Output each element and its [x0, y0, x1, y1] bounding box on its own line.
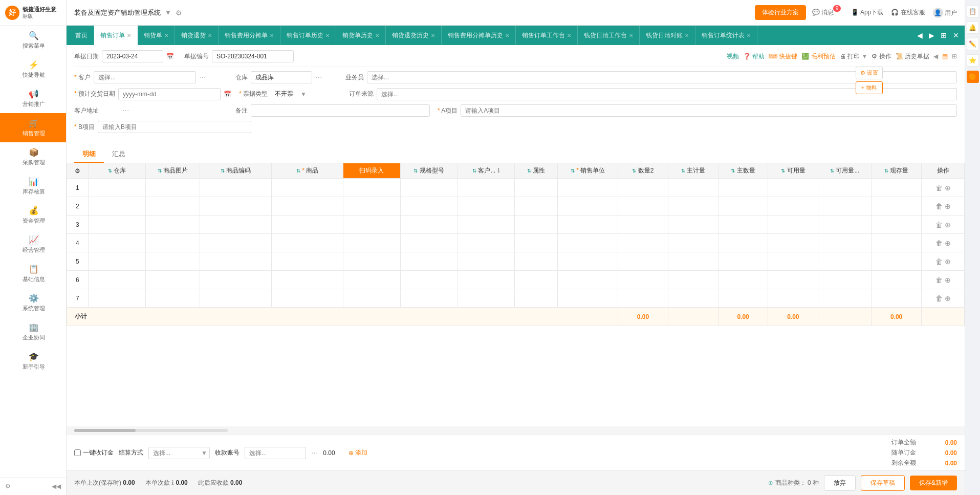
right-icon-2[interactable]: 🔔 — [967, 21, 979, 34]
tab-nav-close[interactable]: ✕ — [950, 31, 962, 39]
help-btn[interactable]: ❓ 帮助 — [743, 52, 765, 61]
view-btn[interactable]: 视频 — [727, 52, 739, 61]
row-spec-2[interactable] — [400, 197, 458, 216]
row-qty2-1[interactable] — [618, 179, 668, 197]
th-avail2[interactable]: ⇅ 可用量... — [818, 163, 872, 179]
print-btn[interactable]: 🖨 打印 ▼ — [840, 52, 868, 61]
row-code-2[interactable] — [200, 197, 272, 216]
warehouse-input[interactable] — [251, 71, 312, 83]
settings-icon[interactable]: ⚙ — [176, 9, 182, 17]
tab-close-order-history[interactable]: ✕ — [325, 33, 330, 38]
message-area[interactable]: 💬 消息 9 — [812, 8, 843, 17]
sidebar-item-basic[interactable]: 📋 基础信息 — [0, 259, 66, 288]
sort-image[interactable]: ⇅ — [158, 168, 162, 174]
th-product[interactable]: ⇅ * 商品 — [272, 163, 343, 179]
tab-close-cash-daily-account[interactable]: ✕ — [685, 33, 689, 38]
delete-icon-4[interactable]: 🗑 — [935, 239, 943, 247]
th-stock[interactable]: ⇅ 现存量 — [872, 163, 922, 179]
view-toggle-grid[interactable]: ▤ — [942, 53, 948, 60]
tab-sales-refund-history[interactable]: 销货退货历史 ✕ — [386, 26, 442, 45]
row-warehouse-3[interactable] — [88, 216, 145, 234]
tab-close-order-workbench[interactable]: ✕ — [567, 33, 571, 38]
sort-main-unit[interactable]: ⇅ — [681, 168, 685, 174]
th-image[interactable]: ⇅ 商品图片 — [145, 163, 200, 179]
sidebar-settings-icon[interactable]: ⚙ — [5, 483, 11, 490]
one-click-checkbox[interactable]: 一键收订金 — [74, 448, 114, 457]
sort-main-qty[interactable]: ⇅ — [731, 168, 735, 174]
th-main-unit[interactable]: ⇅ 主计量 — [668, 163, 718, 179]
row-unit-2[interactable] — [558, 197, 618, 216]
tab-close-return-history[interactable]: ✕ — [375, 33, 379, 38]
row-attr-1[interactable] — [515, 179, 558, 197]
sort-spec[interactable]: ⇅ — [413, 168, 418, 174]
addr-dots[interactable]: ··· — [122, 106, 129, 115]
customer-dots[interactable]: ··· — [199, 73, 206, 82]
sort-avail2[interactable]: ⇅ — [830, 168, 834, 174]
view-toggle-expand[interactable]: ⊞ — [952, 53, 957, 60]
settings-btn[interactable]: ⚙ 设置 — [856, 67, 883, 79]
sidebar-item-operations[interactable]: 📈 经营管理 — [0, 230, 66, 259]
sort-attr[interactable]: ⇅ — [527, 168, 531, 174]
tab-close-expense-split[interactable]: ✕ — [270, 33, 274, 38]
sidebar-item-guide[interactable]: 🎓 新手引导 — [0, 347, 66, 376]
remark-input[interactable] — [251, 104, 430, 117]
one-click-checkbox-input[interactable] — [74, 449, 81, 456]
sidebar-item-enterprise[interactable]: 🏢 企业协同 — [0, 317, 66, 347]
row-customer-code-2[interactable] — [458, 197, 515, 216]
sort-avail[interactable]: ⇅ — [781, 168, 785, 174]
sort-customer[interactable]: ⇅ — [472, 168, 476, 174]
warehouse-dots[interactable]: ··· — [315, 73, 322, 82]
date-input[interactable] — [102, 50, 163, 62]
right-icon-3[interactable]: ✏️ — [967, 38, 979, 50]
sidebar-item-marketing[interactable]: 📢 营销推广 — [0, 84, 66, 113]
copy-icon-3[interactable]: ⊕ — [945, 221, 951, 229]
delete-icon-7[interactable]: 🗑 — [935, 294, 943, 303]
add-payment-btn[interactable]: ⊕ 添加 — [349, 448, 367, 457]
row-code-1[interactable] — [200, 179, 272, 197]
profit-btn[interactable]: 💹 毛利预估 — [801, 52, 835, 61]
user-avatar[interactable]: 👤 用户 — [933, 8, 957, 18]
tab-cash-daily-account[interactable]: 钱货日清对账 ✕ — [640, 26, 695, 45]
project-b-input[interactable] — [98, 121, 251, 133]
sidebar-item-finance[interactable]: 💰 资金管理 — [0, 201, 66, 230]
tab-home[interactable]: 首页 — [69, 26, 94, 45]
copy-icon-4[interactable]: ⊕ — [945, 239, 951, 247]
sort-stock[interactable]: ⇅ — [884, 168, 888, 174]
tab-sales-expense-history[interactable]: 销售费用分摊单历史 ✕ — [442, 26, 516, 45]
project-a-input[interactable] — [461, 104, 957, 117]
right-icon-1[interactable]: 📋 — [967, 5, 979, 17]
th-scan[interactable]: 扫码录入 — [343, 163, 400, 179]
customer-input[interactable] — [94, 71, 196, 83]
th-spec[interactable]: ⇅ 规格型号 — [400, 163, 458, 179]
view-toggle-list[interactable]: ◀ — [933, 53, 938, 60]
tab-close-sales-refund[interactable]: ✕ — [208, 33, 212, 38]
calendar-icon[interactable]: 📅 — [166, 53, 174, 60]
row-customer-code-1[interactable] — [458, 179, 515, 197]
tab-nav-right[interactable]: ▶ — [926, 31, 938, 39]
history-btn[interactable]: 📜 历史单据 — [896, 52, 929, 61]
sort-code[interactable]: ⇅ — [221, 168, 225, 174]
delete-icon-3[interactable]: 🗑 — [935, 221, 943, 229]
copy-icon-2[interactable]: ⊕ — [945, 202, 951, 210]
tab-close-expense-history[interactable]: ✕ — [505, 33, 509, 38]
row-product-2[interactable] — [272, 197, 343, 216]
sidebar-item-system[interactable]: ⚙️ 系统管理 — [0, 288, 66, 317]
tab-sales-order-workbench[interactable]: 销售订单工作台 ✕ — [516, 26, 578, 45]
solution-btn[interactable]: 体验行业方案 — [755, 5, 806, 20]
tab-sales-return-history[interactable]: 销货单历史 ✕ — [336, 26, 386, 45]
table-tab-summary[interactable]: 汇总 — [104, 146, 134, 163]
sidebar-item-inventory[interactable]: 📊 库存核算 — [0, 171, 66, 201]
delete-icon-1[interactable]: 🗑 — [935, 184, 943, 192]
sort-product[interactable]: ⇅ — [296, 168, 300, 174]
row-main-qty-2[interactable] — [718, 197, 768, 216]
tab-sales-refund[interactable]: 销货退货 ✕ — [175, 26, 219, 45]
sidebar-item-search[interactable]: 🔍 搜索菜单 — [0, 26, 66, 55]
sidebar-item-quick-nav[interactable]: ⚡ 快捷导航 — [0, 55, 66, 84]
save-new-btn[interactable]: 保存&新增 — [910, 476, 957, 490]
delete-icon-2[interactable]: 🗑 — [935, 202, 943, 210]
th-avail[interactable]: ⇅ 可用量 — [768, 163, 818, 179]
th-setting[interactable]: ⚙ — [67, 163, 89, 179]
table-tab-detail[interactable]: 明细 — [74, 146, 104, 163]
title-dropdown-icon[interactable]: ▼ — [165, 9, 171, 16]
discard-btn[interactable]: 放弃 — [824, 475, 856, 491]
